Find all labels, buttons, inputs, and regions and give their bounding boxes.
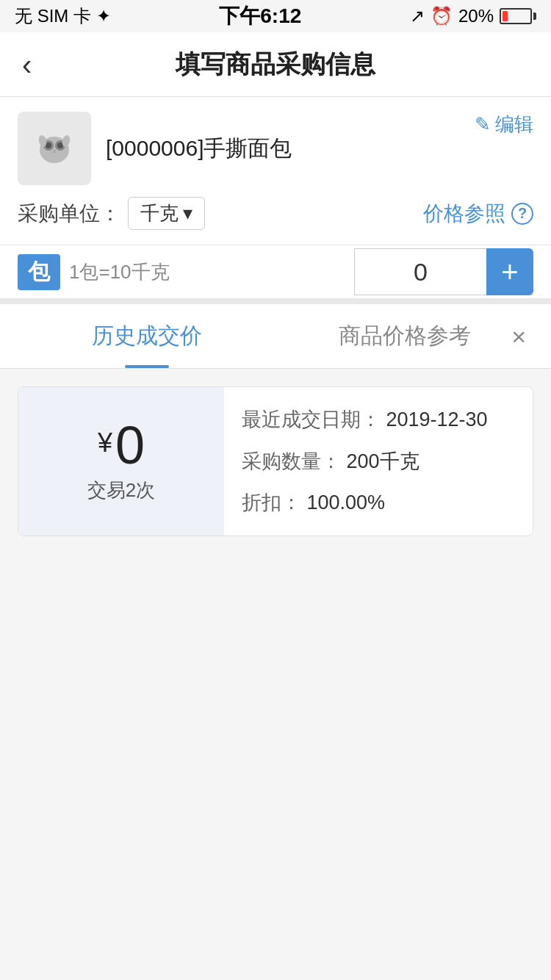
deal-qty-label: 采购数量： bbox=[242, 450, 341, 472]
quantity-controls: + bbox=[354, 248, 533, 295]
deal-info-quantity: 采购数量： 200千克 bbox=[242, 447, 515, 477]
deal-card-right: 最近成交日期： 2019-12-30 采购数量： 200千克 折扣： 100.0… bbox=[224, 387, 533, 536]
info-icon: ? bbox=[511, 203, 533, 225]
deal-date-value: 2019-12-30 bbox=[386, 408, 488, 430]
tab-price-ref-label: 商品价格参考 bbox=[339, 321, 471, 351]
unit-value: 千克 bbox=[140, 201, 179, 226]
tab-history-price[interactable]: 历史成交价 bbox=[18, 304, 276, 368]
deal-price-value: 0 bbox=[115, 419, 145, 472]
tab-history-label: 历史成交价 bbox=[92, 321, 202, 351]
tab-close-button[interactable]: × bbox=[504, 314, 533, 358]
unit-label-text: 采购单位： bbox=[18, 200, 120, 228]
product-name: [0000006]手撕面包 bbox=[106, 134, 292, 164]
battery-percent: 20% bbox=[458, 6, 494, 26]
edit-button[interactable]: ✎ 编辑 bbox=[475, 112, 533, 137]
unit-label: 采购单位： 千克 ▾ bbox=[18, 197, 205, 230]
edit-label: 编辑 bbox=[495, 112, 533, 137]
quantity-label: 包 1包=10千克 bbox=[18, 254, 170, 290]
dropdown-arrow-icon: ▾ bbox=[183, 202, 192, 225]
status-time: 下午6:12 bbox=[219, 2, 301, 30]
deal-card-left: ¥ 0 交易2次 bbox=[18, 387, 224, 536]
product-card: [0000006]手撕面包 ✎ 编辑 采购单位： 千克 ▾ 价格参照 ? bbox=[0, 97, 551, 245]
quantity-conversion: 1包=10千克 bbox=[69, 259, 170, 285]
quantity-plus-button[interactable]: + bbox=[486, 248, 533, 295]
deal-info-date: 最近成交日期： 2019-12-30 bbox=[242, 405, 515, 435]
product-thumbnail bbox=[18, 112, 91, 185]
deal-card: ¥ 0 交易2次 最近成交日期： 2019-12-30 采购数量： 200千克 … bbox=[18, 386, 533, 536]
svg-point-3 bbox=[46, 143, 51, 148]
page-title: 填写商品采购信息 bbox=[176, 48, 375, 82]
product-top-row: [0000006]手撕面包 ✎ 编辑 bbox=[18, 112, 533, 185]
tab-price-ref[interactable]: 商品价格参考 bbox=[276, 304, 533, 368]
quantity-input[interactable] bbox=[354, 248, 486, 295]
product-unit-row: 采购单位： 千克 ▾ 价格参照 ? bbox=[18, 197, 533, 230]
deal-discount-value: 100.00% bbox=[307, 491, 386, 514]
deal-date-label: 最近成交日期： bbox=[242, 408, 381, 430]
status-right: ↗ ⏰ 20% bbox=[410, 6, 536, 26]
tabs-bar: 历史成交价 商品价格参考 × bbox=[0, 304, 551, 369]
battery-icon bbox=[500, 8, 536, 24]
status-left: 无 SIM 卡 ✦ bbox=[15, 4, 111, 28]
deal-discount-label: 折扣： bbox=[242, 491, 301, 514]
deal-price-symbol: ¥ bbox=[98, 428, 112, 458]
deal-price: ¥ 0 bbox=[98, 419, 145, 472]
deal-qty-value: 200千克 bbox=[347, 450, 419, 472]
deal-info-discount: 折扣： 100.00% bbox=[242, 488, 515, 518]
svg-point-4 bbox=[57, 143, 63, 148]
back-button[interactable]: ‹ bbox=[15, 43, 39, 87]
status-bar: 无 SIM 卡 ✦ 下午6:12 ↗ ⏰ 20% bbox=[0, 0, 551, 32]
edit-icon: ✎ bbox=[475, 113, 491, 136]
content-area: ¥ 0 交易2次 最近成交日期： 2019-12-30 采购数量： 200千克 … bbox=[0, 369, 551, 810]
unit-select-dropdown[interactable]: 千克 ▾ bbox=[128, 197, 205, 230]
owl-icon bbox=[18, 112, 91, 185]
price-reference-button[interactable]: 价格参照 ? bbox=[423, 200, 533, 228]
price-ref-label: 价格参照 bbox=[423, 200, 505, 228]
quantity-unit: 包 bbox=[18, 254, 60, 290]
location-icon: ↗ bbox=[410, 6, 425, 26]
nav-bar: ‹ 填写商品采购信息 bbox=[0, 32, 551, 97]
tab-active-underline bbox=[125, 365, 169, 368]
alarm-icon: ⏰ bbox=[431, 6, 453, 26]
sim-label: 无 SIM 卡 ✦ bbox=[15, 4, 111, 28]
product-left: [0000006]手撕面包 bbox=[18, 112, 292, 185]
deal-count: 交易2次 bbox=[87, 478, 155, 503]
quantity-section: 包 1包=10千克 + bbox=[0, 245, 551, 304]
